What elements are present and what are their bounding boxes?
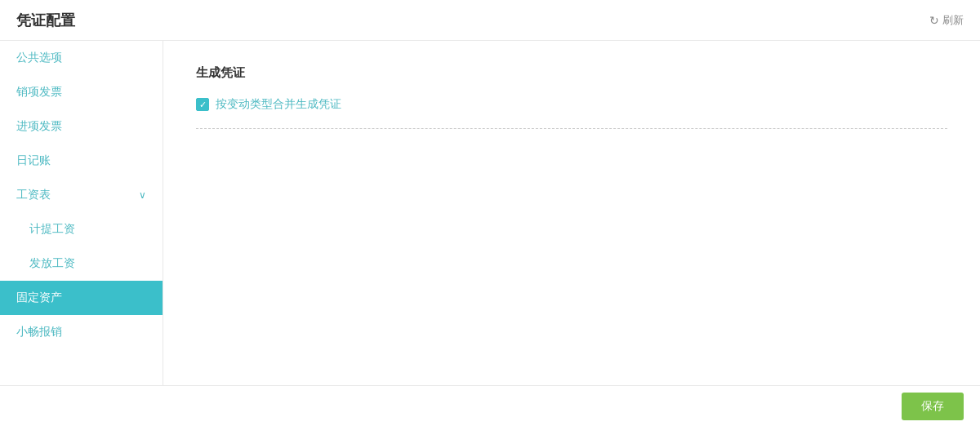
refresh-label: 刷新 [942,13,964,28]
sidebar-item-label: 小畅报销 [16,325,62,339]
sidebar-item-label: 固定资产 [16,291,62,305]
section-title: 生成凭证 [196,65,947,81]
sidebar-item-payroll-calc[interactable]: 计提工资 [0,212,163,246]
checkmark-icon: ✓ [199,100,207,109]
sidebar-item-journal[interactable]: 日记账 [0,144,163,178]
main-layout: 公共选项销项发票进项发票日记账工资表∨计提工资发放工资固定资产小畅报销 生成凭证… [0,41,980,385]
sidebar-item-purchase-invoice[interactable]: 进项发票 [0,109,163,144]
sidebar-item-label: 日记账 [16,153,51,168]
checkbox-row: ✓ 按变动类型合并生成凭证 [196,97,947,112]
sidebar-item-label: 发放工资 [29,256,75,271]
content-area: 生成凭证 ✓ 按变动类型合并生成凭证 [163,41,980,385]
divider [196,128,947,129]
sidebar-item-label: 销项发票 [16,85,62,100]
save-button[interactable]: 保存 [902,393,964,420]
sidebar-item-label: 进项发票 [16,119,62,134]
page-title: 凭证配置 [16,11,75,30]
sidebar-item-expense[interactable]: 小畅报销 [0,315,163,349]
sidebar-item-label: 工资表 [16,188,51,202]
sidebar-item-sales-invoice[interactable]: 销项发票 [0,75,163,109]
sidebar: 公共选项销项发票进项发票日记账工资表∨计提工资发放工资固定资产小畅报销 [0,41,163,385]
sidebar-item-label: 计提工资 [29,222,75,237]
sidebar-item-payroll-pay[interactable]: 发放工资 [0,246,163,281]
sidebar-item-label: 公共选项 [16,51,62,65]
merge-by-type-label[interactable]: 按变动类型合并生成凭证 [216,97,341,112]
refresh-button[interactable]: ↻ 刷新 [929,13,964,28]
refresh-icon: ↻ [929,14,939,27]
merge-by-type-checkbox[interactable]: ✓ [196,98,209,111]
sidebar-item-public[interactable]: 公共选项 [0,41,163,75]
sidebar-item-fixed-assets[interactable]: 固定资产 [0,281,163,315]
chevron-down-icon: ∨ [139,189,146,201]
sidebar-item-payroll[interactable]: 工资表∨ [0,178,163,212]
header: 凭证配置 ↻ 刷新 [0,0,980,41]
footer: 保存 [0,385,980,426]
